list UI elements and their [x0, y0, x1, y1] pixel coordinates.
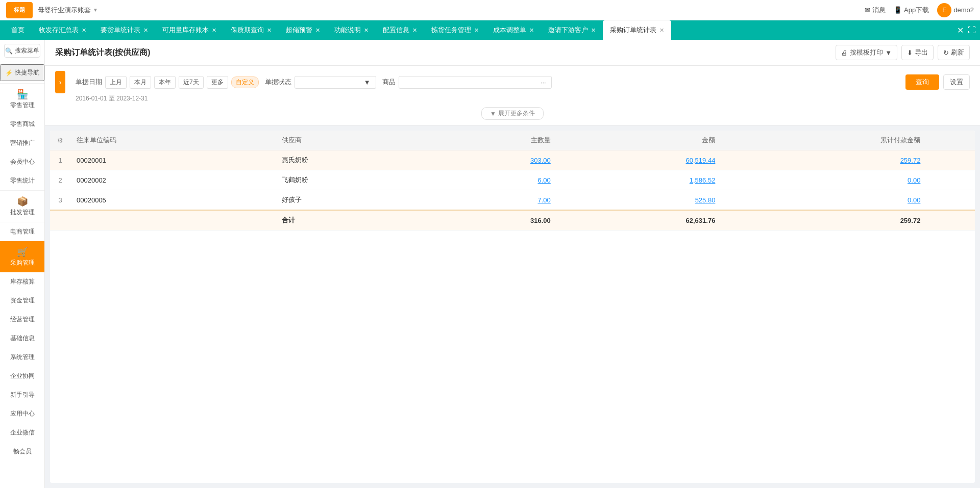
app-download-button[interactable]: 📱 App下载: [894, 6, 929, 15]
table-body: 1 00020001 惠氏奶粉 303.00 60,519.44 259.72 …: [50, 150, 975, 211]
tab-close-icon[interactable]: ✕: [659, 27, 664, 34]
tab-close-icon[interactable]: ✕: [364, 27, 369, 34]
row-quantity: 303.00: [429, 150, 557, 170]
date-filter-group: 单据日期 上月 本月 本年 近7天 更多 自定义: [76, 76, 259, 89]
goods-input[interactable]: ···: [399, 76, 552, 89]
col-header-quantity: 主数量: [429, 131, 557, 150]
row-supplier: 好孩子: [276, 190, 429, 211]
tab-close-icon[interactable]: ✕: [143, 27, 148, 34]
search-menu-button[interactable]: 🔍 搜索菜单: [4, 44, 40, 58]
setting-button[interactable]: 设置: [943, 74, 970, 90]
status-select[interactable]: ▼: [295, 76, 376, 89]
tab-close-icon[interactable]: ✕: [591, 27, 596, 34]
sidebar-search-area: 🔍 搜索菜单: [0, 40, 44, 62]
date-7days[interactable]: 近7天: [179, 76, 204, 89]
tab-close-icon[interactable]: ✕: [212, 27, 216, 34]
table-row: 1 00020001 惠氏奶粉 303.00 60,519.44 259.72: [50, 150, 975, 170]
tab-close-icon[interactable]: ✕: [267, 27, 272, 34]
print-button[interactable]: 🖨 按模板打印 ▼: [836, 45, 897, 60]
nav-end-buttons: ✕ ⛶: [957, 25, 976, 35]
sidebar-item-operations[interactable]: 经营管理: [0, 310, 44, 329]
sidebar-item-retail-stats[interactable]: 零售统计: [0, 171, 44, 190]
sidebar-item-member[interactable]: 会员中心: [0, 152, 44, 171]
data-table-area: ⚙ 往来单位编码 供应商 主数量 金额 累计付款金额 1 00020001: [50, 131, 975, 483]
nav-maximize-button[interactable]: ⛶: [968, 25, 976, 35]
goods-more-icon[interactable]: ···: [541, 79, 546, 86]
tab-baozhi[interactable]: 保质期查询 ✕: [224, 20, 279, 40]
sidebar-item-inventory[interactable]: 库存核算: [0, 272, 44, 291]
top-bar-right: ✉ 消息 📱 App下载 E demo2: [865, 3, 974, 17]
sidebar-item-marketing[interactable]: 营销推广: [0, 134, 44, 152]
refresh-button[interactable]: ↻ 刷新: [938, 45, 970, 60]
sidebar-item-wholesale[interactable]: 📦 批发管理: [0, 191, 44, 222]
tab-yaoqing[interactable]: 邀请下游客户 ✕: [541, 20, 603, 40]
nav-close-button[interactable]: ✕: [957, 25, 964, 35]
filter-row-date: 2016-01-01 至 2023-12-31: [55, 93, 970, 103]
message-icon: ✉: [865, 6, 870, 14]
sidebar-item-purchase[interactable]: 🛒 采购管理: [0, 241, 44, 272]
tab-gongneng[interactable]: 功能说明 ✕: [327, 20, 376, 40]
tab-keyongliang[interactable]: 可用量库存账本 ✕: [155, 20, 224, 40]
page-actions: 🖨 按模板打印 ▼ ⬇ 导出 ↻ 刷新: [836, 45, 970, 60]
tab-home[interactable]: 首页: [4, 25, 32, 35]
export-button[interactable]: ⬇ 导出: [901, 45, 934, 60]
sidebar-item-system[interactable]: 系统管理: [0, 348, 44, 367]
table-header: ⚙ 往来单位编码 供应商 主数量 金额 累计付款金额: [50, 131, 975, 150]
collapse-button[interactable]: ›: [55, 71, 65, 93]
top-bar: 标题 母婴行业演示账套 ▼ ✉ 消息 📱 App下载 E demo2: [0, 0, 980, 20]
tab-close-icon[interactable]: ✕: [412, 27, 417, 34]
footer-amount: 62,631.76: [557, 210, 722, 230]
content-area: 采购订单统计表(按供应商) 🖨 按模板打印 ▼ ⬇ 导出 ↻ 刷新: [45, 40, 980, 488]
row-quantity: 7.00: [429, 190, 557, 211]
sidebar-item-enterprise[interactable]: 企业协同: [0, 367, 44, 386]
row-amount: 525.80: [557, 190, 722, 211]
footer-label: 合计: [276, 210, 429, 230]
date-this-year[interactable]: 本年: [154, 76, 176, 89]
col-header-supplier: 供应商: [276, 131, 429, 150]
page-header: 采购订单统计表(按供应商) 🖨 按模板打印 ▼ ⬇ 导出 ↻ 刷新: [45, 40, 980, 66]
sidebar-item-basic-info[interactable]: 基础信息: [0, 329, 44, 348]
print-icon: 🖨: [841, 49, 848, 57]
sidebar-group-wholesale: 📦 批发管理: [0, 191, 44, 222]
footer-row: 合计 316.00 62,631.76 259.72: [50, 210, 975, 230]
goods-filter-group: 商品 ···: [382, 76, 552, 89]
sidebar-item-retail-shop[interactable]: 零售商城: [0, 115, 44, 134]
refresh-icon: ↻: [943, 49, 949, 57]
row-amount: 60,519.44: [557, 150, 722, 170]
row-supplier: 飞鹤奶粉: [276, 170, 429, 190]
user-avatar[interactable]: E demo2: [937, 3, 974, 17]
tab-chaochu[interactable]: 超储预警 ✕: [279, 20, 327, 40]
query-button[interactable]: 查询: [905, 74, 939, 90]
workspace-selector[interactable]: 母婴行业演示账套 ▼: [38, 6, 98, 15]
sidebar-item-retail-management[interactable]: 🏪 零售管理: [0, 84, 44, 115]
tab-close-icon[interactable]: ✕: [474, 27, 479, 34]
wholesale-icon: 📦: [17, 196, 28, 207]
tab-jianhuo[interactable]: 拣货任务管理 ✕: [424, 20, 486, 40]
tab-close-icon[interactable]: ✕: [529, 27, 534, 34]
tab-chengben[interactable]: 成本调整单 ✕: [486, 20, 541, 40]
quick-nav-button[interactable]: ⚡ 快捷导航: [0, 64, 44, 81]
message-button[interactable]: ✉ 消息: [865, 6, 886, 15]
filter-area: › 单据日期 上月 本月 本年 近7天 更多 自定义 单据状态 ▼: [45, 66, 980, 125]
expand-more-button[interactable]: ▼ 展开更多条件: [481, 107, 544, 120]
sidebar-item-finance[interactable]: 资金管理: [0, 291, 44, 310]
row-code: 00020005: [70, 190, 276, 211]
tab-yaohuo[interactable]: 要货单统计表 ✕: [93, 20, 155, 40]
avatar: E: [937, 3, 951, 17]
app-icon: 📱: [894, 6, 902, 14]
date-last-month[interactable]: 上月: [105, 76, 127, 89]
tab-close-icon[interactable]: ✕: [82, 27, 86, 34]
row-supplier: 惠氏奶粉: [276, 150, 429, 170]
sidebar-item-app-center[interactable]: 应用中心: [0, 404, 44, 423]
date-this-month[interactable]: 本月: [130, 76, 151, 89]
sidebar-item-ecommerce[interactable]: 电商管理: [0, 222, 44, 241]
tab-close-icon[interactable]: ✕: [315, 27, 320, 34]
sidebar-item-membership[interactable]: 畅会员: [0, 442, 44, 461]
date-more[interactable]: 更多: [207, 76, 228, 89]
tab-caigou[interactable]: 采购订单统计表 ✕: [603, 20, 671, 40]
table-settings-icon[interactable]: ⚙: [57, 137, 63, 144]
tab-peizhi[interactable]: 配置信息 ✕: [376, 20, 424, 40]
tab-shoufacun[interactable]: 收发存汇总表 ✕: [32, 20, 93, 40]
sidebar-item-newbie[interactable]: 新手引导: [0, 386, 44, 404]
sidebar-item-wechat[interactable]: 企业微信: [0, 423, 44, 442]
